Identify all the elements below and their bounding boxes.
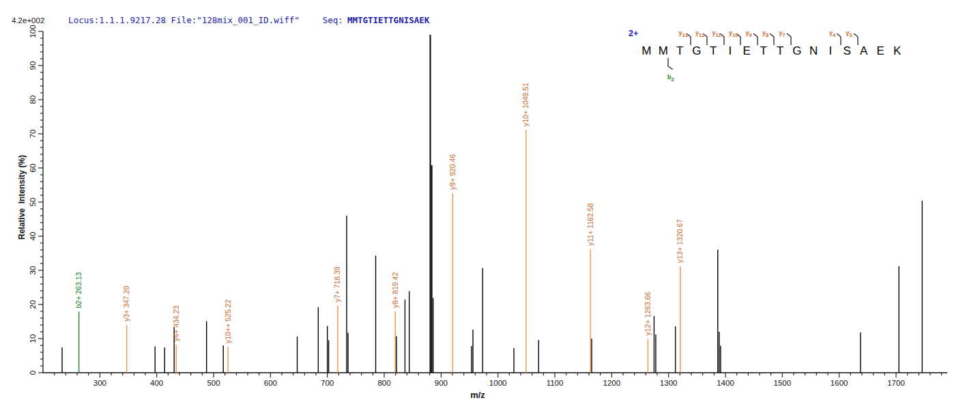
x-tick-label: 500 xyxy=(207,379,220,387)
residue-letter: N xyxy=(809,44,818,57)
x-tick-label: 600 xyxy=(264,379,277,387)
residue-letter: S xyxy=(844,44,851,57)
residue-letter: T xyxy=(710,44,717,57)
peak-label: y10+ 1049.51 xyxy=(521,83,530,126)
x-tick-label: 1400 xyxy=(717,379,734,387)
x-tick-label: 300 xyxy=(93,379,106,387)
y-ion-label: y13 xyxy=(679,25,688,43)
precursor-charge-label: 2+ xyxy=(629,29,638,38)
residue-letter: M xyxy=(659,44,668,57)
residue-letter: I xyxy=(828,44,832,57)
residue-letter: E xyxy=(743,44,751,57)
x-tick-label: 1500 xyxy=(774,379,792,387)
x-tick-label: 1300 xyxy=(660,379,678,387)
residue-cell: E xyxy=(872,44,889,59)
x-tick-label: 1200 xyxy=(603,379,621,387)
x-tick-label: 700 xyxy=(321,379,334,387)
peak-label: y8+ 819.42 xyxy=(391,272,399,308)
residue-cell: M xyxy=(638,44,655,59)
residue-letter: E xyxy=(877,44,884,57)
residue-cell: Gy7 xyxy=(789,44,806,59)
y-tick-label: 20 xyxy=(29,300,37,309)
residue-letter: M xyxy=(642,44,651,57)
y-tick-label: 80 xyxy=(29,96,37,104)
residue-cell: Ty12 xyxy=(705,44,722,59)
y-tick-label: 90 xyxy=(29,61,37,70)
peak-label: y4+ 434.23 xyxy=(172,306,180,341)
x-tick-label: 1000 xyxy=(489,379,507,387)
x-tick-label: 1100 xyxy=(547,379,564,387)
peak-label: y13+ 1320.67 xyxy=(676,219,684,263)
residue-cell: Gy13 xyxy=(689,44,706,59)
y-ion-label: y9 xyxy=(746,25,752,43)
residue-cell: K xyxy=(889,44,906,59)
peak-label: y11+ 1162.58 xyxy=(586,203,594,246)
residue-letter: T xyxy=(676,44,683,57)
y-tick-label: 40 xyxy=(29,232,37,241)
y-tick-label: 60 xyxy=(29,164,37,173)
peak-label: y7+ 718.39 xyxy=(333,266,341,302)
residue-cell: M xyxy=(655,44,672,59)
y-ion-label: y3 xyxy=(846,25,852,43)
residue-cell: Ey10 xyxy=(738,44,755,59)
residue-cell: N xyxy=(805,44,822,59)
y-ion-label: y4 xyxy=(829,25,835,43)
residue-cell: I xyxy=(822,44,839,59)
residue-letter: T xyxy=(777,44,783,57)
residue-cell: Ty9 xyxy=(755,44,773,59)
y-tick-label: 0 xyxy=(29,371,37,375)
y-ion-label: y12 xyxy=(695,25,704,43)
spectrum-viewer-window: Locus:1.1.1.9217.28 File:"128mix_001_ID.… xyxy=(0,0,980,413)
x-tick-label: 800 xyxy=(377,379,390,387)
x-tick-label: 900 xyxy=(435,379,448,387)
residue-letter: K xyxy=(893,44,901,57)
spectrum-chart: 3004005006007008009001000110012001300140… xyxy=(0,0,980,413)
residue-cell: Tb2 xyxy=(672,44,689,59)
y-tick-label: 100 xyxy=(29,25,37,38)
residue-letter: T xyxy=(760,44,767,57)
residue-letter: G xyxy=(792,44,801,57)
y-ion-label: y7 xyxy=(779,25,786,43)
y-tick-label: 10 xyxy=(29,334,37,343)
residue-letter: G xyxy=(692,44,701,57)
peak-label: y12+ 1263.66 xyxy=(644,291,652,335)
residue-cell: Sy4 xyxy=(839,44,856,59)
peak-label: y10++ 525.22 xyxy=(224,300,232,343)
residue-letter: A xyxy=(860,44,867,57)
peptide-sequence-row: MMTb2Gy13Ty12Iy11Ey10Ty9Ty8Gy7NISy4Ay3EK xyxy=(638,44,906,59)
x-tick-label: 400 xyxy=(150,379,163,387)
y-ion-label: y10 xyxy=(729,25,738,43)
y-ion-label: y11 xyxy=(712,25,721,43)
b-ion-label: b2 xyxy=(667,70,674,87)
residue-cell: Iy11 xyxy=(722,44,739,59)
residue-letter: I xyxy=(728,44,732,57)
x-tick-label: 1700 xyxy=(887,379,905,387)
y-tick-label: 30 xyxy=(29,266,37,275)
peak-label: y3+ 347.20 xyxy=(122,286,130,322)
peak-label: y9+ 920.46 xyxy=(448,154,457,190)
y-ion-label: y8 xyxy=(762,25,768,43)
x-tick-label: 1600 xyxy=(831,379,848,387)
y-tick-label: 50 xyxy=(29,198,37,207)
peak-label: b2+ 263.13 xyxy=(74,272,83,308)
residue-cell: Ay3 xyxy=(856,44,873,59)
y-tick-label: 70 xyxy=(29,130,37,139)
residue-cell: Ty8 xyxy=(772,44,789,59)
